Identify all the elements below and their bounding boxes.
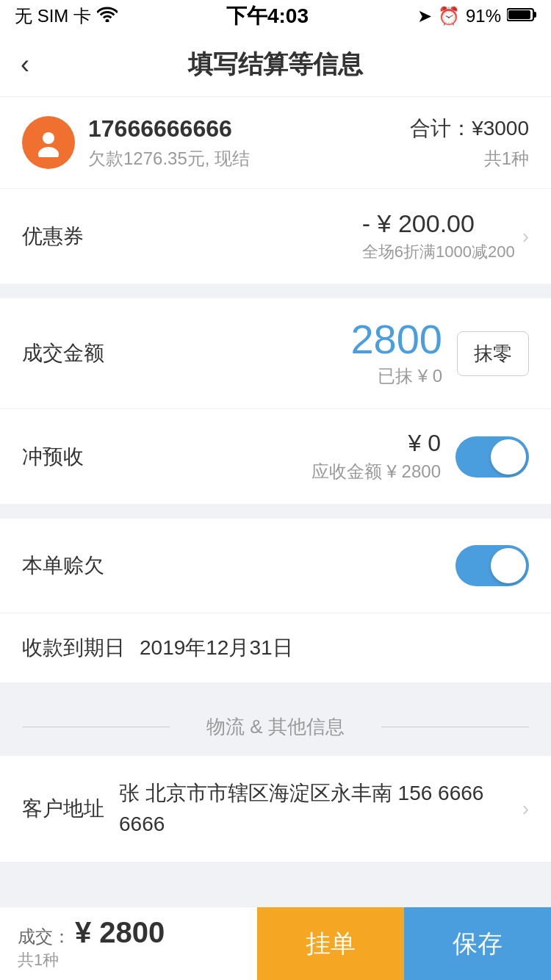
divider-line-right <box>381 727 529 727</box>
address-chevron-icon: › <box>522 797 529 821</box>
divider-section: 物流 & 其他信息 <box>0 697 551 756</box>
due-date-row: 收款到期日 2019年12月31日 <box>0 613 551 682</box>
wifi-icon <box>97 6 118 26</box>
coupon-label: 优惠券 <box>22 223 84 251</box>
customer-row: 17666666666 欠款1276.35元, 现结 合计：¥3000 共1种 <box>0 97 551 188</box>
address-value: 张 北京市市辖区海淀区永丰南 156 6666 6666 <box>119 778 522 840</box>
coupon-desc: 全场6折满1000减200 <box>362 241 515 263</box>
prepay-toggle[interactable] <box>455 436 529 478</box>
chevron-right-icon: › <box>522 225 529 248</box>
hang-button[interactable]: 挂单 <box>257 907 404 980</box>
coupon-info: - ¥ 200.00 全场6折满1000减200 <box>362 209 515 263</box>
deal-amount-row: 成交金额 2800 已抹 ¥ 0 抹零 <box>0 298 551 408</box>
svg-point-3 <box>43 132 54 144</box>
page-title: 填写结算等信息 <box>188 48 363 82</box>
debt-row: 本单赊欠 <box>0 519 551 613</box>
customer-info: 17666666666 欠款1276.35元, 现结 <box>88 115 250 170</box>
status-right: ➤ ⏰ 91% <box>417 6 536 26</box>
prepay-sub: 应收金额 ¥ 2800 <box>311 460 441 483</box>
section-gap-2 <box>0 504 551 519</box>
debt-toggle[interactable] <box>455 545 529 586</box>
customer-debt: 欠款1276.35元, 现结 <box>88 147 250 170</box>
footer-info: 成交： ¥ 2800 共1种 <box>0 907 257 980</box>
due-date-value: 2019年12月31日 <box>140 634 293 662</box>
customer-left: 17666666666 欠款1276.35元, 现结 <box>22 115 250 170</box>
coupon-right: - ¥ 200.00 全场6折满1000减200 › <box>362 209 529 263</box>
back-button[interactable]: ‹ <box>21 49 29 80</box>
deal-sub: 已抹 ¥ 0 <box>350 364 442 388</box>
coupon-discount: - ¥ 200.00 <box>362 209 515 238</box>
prepay-right: ¥ 0 应收金额 ¥ 2800 <box>311 430 529 483</box>
section-gap-1 <box>0 284 551 298</box>
prepay-row: 冲预收 ¥ 0 应收金额 ¥ 2800 <box>0 408 551 504</box>
svg-rect-1 <box>533 12 536 18</box>
section-gap-3 <box>0 682 551 697</box>
footer-deal-amount: ¥ 2800 <box>75 916 165 949</box>
nav-bar: ‹ 填写结算等信息 <box>0 32 551 97</box>
footer-bar: 成交： ¥ 2800 共1种 挂单 保存 <box>0 907 551 980</box>
due-date-label: 收款到期日 <box>22 634 125 662</box>
footer-deal-count: 共1种 <box>18 949 240 971</box>
prepay-amount-value: ¥ 0 <box>311 430 441 457</box>
customer-total: 合计：¥3000 共1种 <box>410 115 529 170</box>
address-row[interactable]: 客户地址 张 北京市市辖区海淀区永丰南 156 6666 6666 › <box>0 756 551 862</box>
alarm-icon: ⏰ <box>438 6 460 26</box>
total-count-label: 共1种 <box>410 147 529 170</box>
customer-phone: 17666666666 <box>88 115 250 143</box>
battery-label: 91% <box>466 6 501 26</box>
location-icon: ➤ <box>417 6 432 26</box>
svg-point-4 <box>38 147 59 157</box>
deal-right: 2800 已抹 ¥ 0 抹零 <box>350 319 529 388</box>
status-bar: 无 SIM 卡 下午4:03 ➤ ⏰ 91% <box>0 0 551 32</box>
toggle-knob <box>491 439 526 475</box>
round-zero-button[interactable]: 抹零 <box>457 331 529 376</box>
total-amount-label: 合计：¥3000 <box>410 115 529 143</box>
prepay-label: 冲预收 <box>22 443 84 471</box>
divider-line-left <box>22 727 170 727</box>
deal-amount-wrap: 2800 已抹 ¥ 0 <box>350 319 442 388</box>
battery-icon <box>507 6 536 26</box>
save-button[interactable]: 保存 <box>404 907 551 980</box>
debt-label: 本单赊欠 <box>22 552 104 580</box>
avatar <box>22 116 75 169</box>
deal-amount-value: 2800 <box>350 319 442 360</box>
no-sim-label: 无 SIM 卡 <box>15 4 91 28</box>
svg-rect-2 <box>508 10 530 19</box>
coupon-row[interactable]: 优惠券 - ¥ 200.00 全场6折满1000减200 › <box>0 188 551 284</box>
prepay-amount-wrap: ¥ 0 应收金额 ¥ 2800 <box>311 430 441 483</box>
footer-deal-label: 成交： <box>18 925 71 948</box>
divider-text: 物流 & 其他信息 <box>206 714 345 740</box>
status-time: 下午4:03 <box>226 2 309 30</box>
deal-amount-label: 成交金额 <box>22 339 104 367</box>
address-label: 客户地址 <box>22 795 104 823</box>
debt-toggle-knob <box>491 548 526 583</box>
status-left: 无 SIM 卡 <box>15 4 118 28</box>
